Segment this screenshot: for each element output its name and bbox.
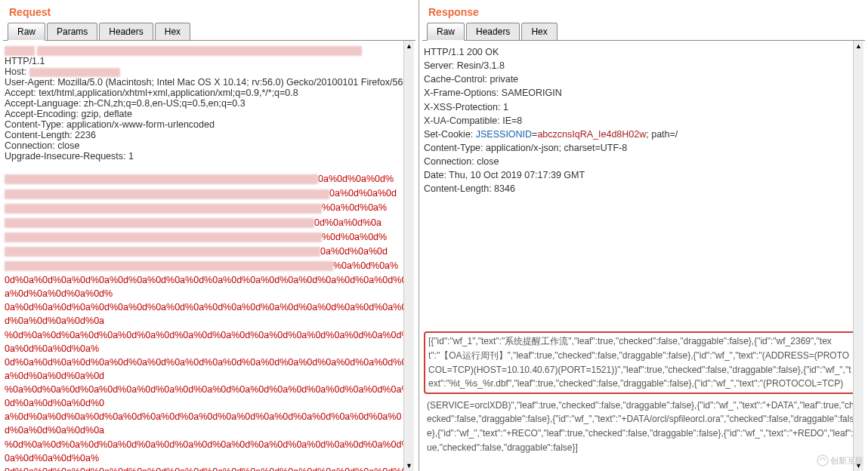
response-scrollbar[interactable]: ▲ ▼ bbox=[853, 41, 863, 471]
request-tab-bar: Raw Params Headers Hex bbox=[0, 23, 419, 40]
scroll-down-icon[interactable]: ▼ bbox=[404, 460, 415, 471]
response-header-line: Date: Thu, 10 Oct 2019 07:17:39 GMT bbox=[424, 168, 862, 182]
response-json-highlight: [{"id":"wf_1","text":"系统提醒工作流","leaf":tr… bbox=[424, 331, 856, 393]
tab-request-headers[interactable]: Headers bbox=[99, 23, 153, 40]
request-header-line: User-Agent: Mozilla/5.0 (Macintosh; Inte… bbox=[5, 77, 412, 88]
request-scrollbar[interactable]: ▲ ▼ bbox=[403, 41, 414, 471]
response-tab-bar: Raw Headers Hex bbox=[419, 23, 868, 40]
tab-response-hex[interactable]: Hex bbox=[521, 23, 557, 40]
response-header-line: Server: Resin/3.1.8 bbox=[424, 59, 862, 72]
response-set-cookie: Set-Cookie: JSESSIONID=abczcnsIqRA_Ie4d8… bbox=[424, 128, 862, 141]
response-header-line: Content-Type: application/x-json; charse… bbox=[424, 141, 862, 155]
response-title: Response bbox=[419, 0, 868, 21]
response-header-line: HTTP/1.1 200 OK bbox=[424, 45, 862, 59]
request-header-line: HTTP/1.1 bbox=[5, 56, 412, 66]
response-header-line: Cache-Control: private bbox=[424, 72, 862, 86]
response-raw-view[interactable]: HTTP/1.1 200 OK Server: Resin/3.1.8 Cach… bbox=[422, 41, 865, 471]
scroll-up-icon[interactable]: ▲ bbox=[854, 41, 864, 51]
response-header-line: Content-Length: 8346 bbox=[424, 182, 862, 195]
request-header-line: Accept-Encoding: gzip, deflate bbox=[5, 109, 412, 119]
scroll-down-icon[interactable]: ▼ bbox=[854, 460, 864, 471]
request-title: Request bbox=[0, 0, 419, 21]
tab-request-hex[interactable]: Hex bbox=[155, 23, 190, 40]
tab-response-headers[interactable]: Headers bbox=[466, 23, 520, 40]
response-header-line: X-UA-Compatible: IE=8 bbox=[424, 114, 862, 128]
tab-request-params[interactable]: Params bbox=[47, 23, 97, 40]
response-header-line: Connection: close bbox=[424, 155, 862, 168]
tab-response-raw[interactable]: Raw bbox=[427, 23, 465, 41]
response-header-line: X-XSS-Protection: 1 bbox=[424, 100, 862, 114]
request-header-line: Content-Length: 2236 bbox=[5, 130, 412, 140]
scroll-up-icon[interactable]: ▲ bbox=[404, 41, 415, 51]
request-header-line: Content-Type: application/x-www-form-url… bbox=[5, 119, 412, 130]
request-header-line: Accept-Language: zh-CN,zh;q=0.8,en-US;q=… bbox=[5, 98, 412, 109]
request-raw-view[interactable]: HTTP/1.1 Host: User-Agent: Mozilla/5.0 (… bbox=[3, 41, 415, 471]
request-header-line: Accept: text/html,application/xhtml+xml,… bbox=[5, 88, 412, 98]
tab-request-raw[interactable]: Raw bbox=[8, 23, 45, 41]
request-header-line: Connection: close bbox=[5, 140, 412, 151]
request-header-line: Upgrade-Insecure-Requests: 1 bbox=[5, 151, 412, 162]
response-json-overflow: (SERVICE=orclXDB)","leaf":true,"checked"… bbox=[424, 399, 862, 454]
response-header-line: X-Frame-Options: SAMEORIGIN bbox=[424, 86, 862, 100]
response-panel: Response Raw Headers Hex HTTP/1.1 200 OK… bbox=[419, 0, 868, 471]
request-panel: Request Raw Params Headers Hex HTTP/1.1 … bbox=[0, 0, 419, 471]
response-content-area: HTTP/1.1 200 OK Server: Resin/3.1.8 Cach… bbox=[422, 41, 865, 471]
request-body: 0a%0d%0a%0d%0a%0d%0a%0d%0a%0d%0a%0d%0a%0… bbox=[5, 172, 412, 471]
request-content-area: HTTP/1.1 Host: User-Agent: Mozilla/5.0 (… bbox=[3, 41, 415, 471]
request-header-line: Host: bbox=[5, 66, 412, 77]
